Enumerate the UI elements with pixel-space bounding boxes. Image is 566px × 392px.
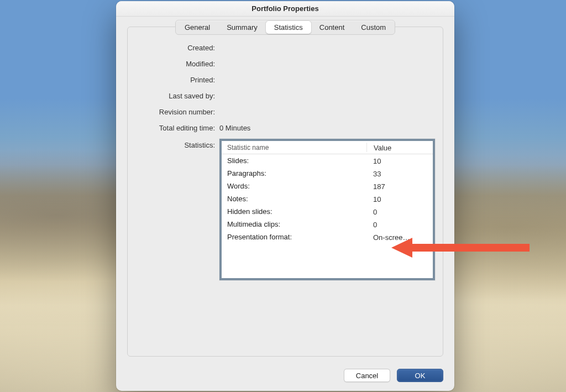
table-row[interactable]: Hidden slides: 0	[222, 205, 433, 218]
dialog-content: General Summary Statistics Content Custo…	[116, 17, 454, 361]
th-value[interactable]: Value	[366, 143, 433, 152]
dialog-title: Portfolio Properties	[116, 1, 454, 17]
cell-stat-value: 10	[366, 156, 433, 165]
label-created: Created:	[135, 43, 219, 52]
row-modified: Modified:	[135, 59, 435, 68]
th-statistic-name[interactable]: Statistic name	[222, 144, 366, 151]
cell-stat-value: 0	[366, 207, 433, 216]
table-row[interactable]: Paragraphs: 33	[222, 167, 433, 180]
cell-stat-name: Presentation format:	[222, 233, 366, 241]
value-created	[219, 43, 435, 52]
row-created: Created:	[135, 43, 435, 52]
tab-content[interactable]: Content	[311, 21, 353, 34]
cell-stat-name: Paragraphs:	[222, 169, 366, 177]
value-total-editing-time: 0 Minutes	[219, 123, 435, 132]
cell-stat-name: Multimedia clips:	[222, 220, 366, 228]
tab-statistics[interactable]: Statistics	[266, 21, 311, 34]
tab-general[interactable]: General	[176, 21, 218, 34]
table-row[interactable]: Notes: 10	[222, 192, 433, 205]
label-last-saved-by: Last saved by:	[135, 91, 219, 100]
dialog-buttons: Cancel OK	[116, 361, 454, 391]
label-revision-number: Revision number:	[135, 107, 219, 116]
statistics-table-header: Statistic name Value	[222, 141, 433, 154]
statistics-table-inner: Statistic name Value Slides: 10 Paragrap…	[222, 141, 433, 278]
label-printed: Printed:	[135, 75, 219, 84]
tab-custom[interactable]: Custom	[353, 21, 394, 34]
table-row[interactable]: Slides: 10	[222, 154, 433, 167]
cell-stat-value: 187	[366, 181, 433, 191]
cell-stat-value: 0	[366, 219, 433, 229]
table-row[interactable]: Words: 187	[222, 180, 433, 192]
value-last-saved-by	[219, 91, 435, 100]
row-last-saved-by: Last saved by:	[135, 91, 435, 100]
statistics-fieldset: General Summary Statistics Content Custo…	[127, 27, 443, 357]
tab-bar: General Summary Statistics Content Custo…	[175, 20, 395, 35]
statistics-table: Statistic name Value Slides: 10 Paragrap…	[219, 139, 435, 280]
properties-dialog: Portfolio Properties General Summary Sta…	[116, 1, 454, 391]
row-printed: Printed:	[135, 75, 435, 84]
cell-stat-name: Words:	[222, 182, 366, 190]
row-total-editing-time: Total editing time: 0 Minutes	[135, 123, 435, 132]
value-modified	[219, 59, 435, 68]
tab-notch: General Summary Statistics Content Custo…	[128, 20, 443, 35]
label-statistics: Statistics:	[135, 139, 219, 280]
table-row[interactable]: Presentation format: On-scree…	[222, 231, 433, 243]
statistics-table-container: Statistic name Value Slides: 10 Paragrap…	[219, 139, 435, 280]
label-modified: Modified:	[135, 59, 219, 68]
row-statistics: Statistics: Statistic name Value Slides:	[135, 139, 435, 280]
cell-stat-value: 10	[366, 194, 433, 203]
field-rows: Created: Modified: Printed: Last saved b…	[135, 43, 435, 280]
value-revision-number	[219, 107, 435, 116]
table-row[interactable]: Multimedia clips: 0	[222, 218, 433, 231]
cell-stat-name: Notes:	[222, 195, 366, 203]
cell-stat-name: Hidden slides:	[222, 207, 366, 216]
value-printed	[219, 75, 435, 84]
cell-stat-value: 33	[366, 169, 433, 178]
tab-summary[interactable]: Summary	[218, 21, 266, 34]
label-total-editing-time: Total editing time:	[135, 123, 219, 132]
cell-stat-value: On-scree…	[366, 232, 433, 242]
ok-button[interactable]: OK	[397, 369, 443, 382]
cancel-button[interactable]: Cancel	[344, 369, 390, 382]
row-revision-number: Revision number:	[135, 107, 435, 116]
cell-stat-name: Slides:	[222, 156, 366, 165]
